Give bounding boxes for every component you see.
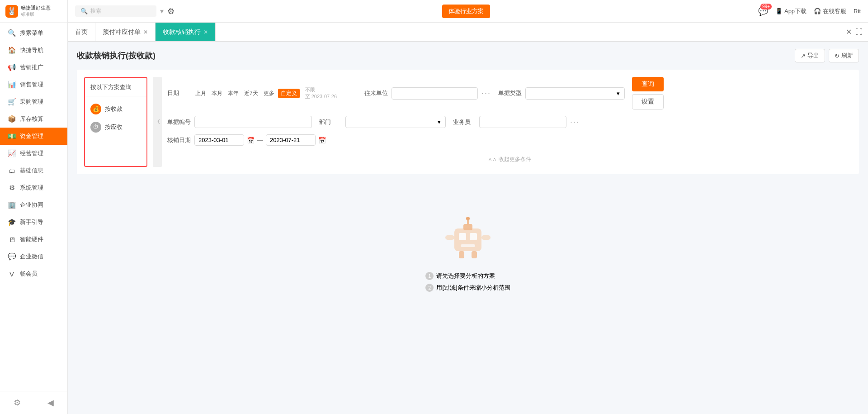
online-service-label: 在线客服 [823,7,846,15]
verify-date-start[interactable] [194,134,244,146]
tab-label: 预付冲应付单 [103,28,141,36]
shortcut-7days[interactable]: 近7天 [242,89,260,98]
tab-close-icon[interactable]: ✕ [203,29,208,35]
collapse-sidebar-icon[interactable]: ◀ [45,395,57,410]
docno-input[interactable] [194,116,312,128]
marketing-icon: 📢 [7,63,16,71]
industry-solution-btn[interactable]: 体验行业方案 [442,5,490,18]
logo-area: 🐰 畅捷通好生意 标准版 [0,0,67,23]
sidebar-footer: ⚙ ◀ [0,391,67,414]
refresh-btn[interactable]: ↻ 刷新 [829,49,859,62]
collapse-more-label: 收起更多条件 [499,156,531,162]
tab-prepay[interactable]: 预付冲应付单 ✕ [95,23,156,41]
sidebar-item-label: 营销推广 [20,63,43,71]
shortcut-this-month[interactable]: 本月 [210,89,224,98]
dropdown-icon[interactable]: ▾ [160,7,164,15]
sidebar-item-finance[interactable]: 💵 资金管理 [0,128,67,145]
collapse-more-btn[interactable]: ∧∧ 收起更多条件 [167,152,852,167]
tab-close-window-icon[interactable]: ✕ [846,28,852,36]
sidebar-item-operations[interactable]: 📈 经营管理 [0,145,67,162]
sidebar-item-marketing[interactable]: 📢 营销推广 [0,59,67,76]
dept-select[interactable]: ▾ [345,116,446,128]
filter-option-receivable[interactable]: ⏱ 按应收 [85,118,146,136]
date-range-separator: — [257,137,263,143]
member-icon: V [7,270,16,278]
filter-field-verify-date: 核销日期 📅 — 📅 [167,134,357,146]
shortcut-last-month[interactable]: 上月 [193,89,208,98]
sidebar-item-label: 经营管理 [20,149,43,157]
doctype-select[interactable]: ▾ [525,87,625,100]
operations-icon: 📈 [7,149,16,157]
verify-date-end[interactable] [266,134,316,146]
sidebar-item-label: 搜索菜单 [20,29,43,37]
export-btn[interactable]: ↗ 导出 [795,49,825,62]
tab-home[interactable]: 首页 [68,23,95,41]
query-btn[interactable]: 查询 [632,77,664,91]
sidebar-item-guide[interactable]: 🎓 新手引导 [0,214,67,231]
svg-rect-8 [481,235,491,240]
tip-text-2: 用[过滤]条件来缩小分析范围 [436,284,510,292]
main-area: 🔍 搜索 ▾ ⚙ 体验行业方案 💬 99+ 📱 App下载 🎧 在线客服 Rit [68,0,868,414]
svg-rect-2 [470,233,477,240]
customer-input[interactable] [392,87,478,100]
system-icon: ⚙ [7,184,16,192]
sidebar-item-system[interactable]: ⚙ 系统管理 [0,179,67,196]
app-download-btn[interactable]: 📱 App下载 [775,7,807,15]
app-name: 畅捷通好生意 [21,5,51,11]
app-edition: 标准版 [21,11,51,18]
sidebar-item-wechat[interactable]: 💬 企业微信 [0,248,67,265]
tabbar: 首页 预付冲应付单 ✕ 收款核销执行 ✕ ✕ ⛶ [68,23,868,42]
filter-row-2: 单据编号 部门 ▾ 业务员 [167,116,852,128]
message-btn[interactable]: 💬 99+ [758,6,768,16]
settings-footer-icon[interactable]: ⚙ [11,395,24,410]
sidebar-item-hardware[interactable]: 🖥 智能硬件 [0,231,67,248]
svg-rect-10 [472,251,477,258]
tab-receive[interactable]: 收款核销执行 ✕ [156,23,216,41]
shortcut-more[interactable]: 更多 [262,89,276,98]
topbar: 🔍 搜索 ▾ ⚙ 体验行业方案 💬 99+ 📱 App下载 🎧 在线客服 Rit [68,0,868,23]
calendar-end-icon[interactable]: 📅 [318,137,326,144]
sidebar-item-label: 系统管理 [20,184,43,192]
filter-option-receipt[interactable]: 💰 按收款 [85,100,146,118]
sidebar-item-purchase[interactable]: 🛒 采购管理 [0,93,67,110]
tab-expand-icon[interactable]: ⛶ [855,28,863,36]
shortcut-this-year[interactable]: 本年 [226,89,241,98]
sidebar-item-shortcut[interactable]: 🏠 快捷导航 [0,42,67,59]
sidebar-item-label: 基础信息 [20,167,43,175]
filter-collapse-toggle[interactable]: 《 [153,77,162,167]
sidebar-item-enterprise[interactable]: 🏢 企业协同 [0,196,67,214]
customer-more-icon[interactable]: ··· [481,89,491,98]
sidebar-item-label: 企业微信 [20,252,43,261]
dropdown-icon: ▾ [617,90,620,97]
filter-field-doctype: 单据类型 ▾ [498,87,625,100]
sidebar-item-member[interactable]: V 畅会员 [0,265,67,282]
enterprise-icon: 🏢 [7,201,16,209]
sidebar-item-search[interactable]: 🔍 搜索菜单 [0,24,67,42]
date-no-limit: 不限至 2023-07-26 [305,86,337,100]
tab-label: 首页 [75,28,88,36]
hardware-icon: 🖥 [7,236,16,243]
tip-num-2: 2 [425,284,434,292]
salesman-more-icon[interactable]: ··· [570,117,580,127]
sidebar-item-sales[interactable]: 📊 销售管理 [0,76,67,93]
setting-btn[interactable]: 设置 [632,94,664,109]
online-service-btn[interactable]: 🎧 在线客服 [814,7,846,15]
filter-sidebar: 按以下方案查询 💰 按收款 ⏱ 按应收 [84,77,147,167]
doctype-label: 单据类型 [498,89,522,97]
user-name: Rit [854,8,861,14]
sidebar-item-label: 采购管理 [20,98,43,106]
empty-tip-1: 1 请先选择要分析的方案 [425,272,510,280]
content-area: 收款核销执行(按收款) ↗ 导出 ↻ 刷新 按以下方案查询 [68,42,868,414]
salesman-input[interactable] [479,116,566,128]
search-placeholder-text: 搜索 [90,7,101,15]
sidebar-item-inventory[interactable]: 📦 库存核算 [0,110,67,128]
tab-close-icon[interactable]: ✕ [143,29,148,35]
filter-field-docno: 单据编号 [167,116,312,128]
topbar-search[interactable]: 🔍 搜索 [75,5,156,17]
sidebar-item-basic[interactable]: 🗂 基础信息 [0,162,67,179]
finance-icon: 💵 [7,132,16,140]
gear-icon[interactable]: ⚙ [167,6,175,16]
sidebar-item-label: 快捷导航 [20,46,43,54]
shortcut-custom[interactable]: 自定义 [278,89,300,98]
calendar-start-icon[interactable]: 📅 [247,137,255,144]
